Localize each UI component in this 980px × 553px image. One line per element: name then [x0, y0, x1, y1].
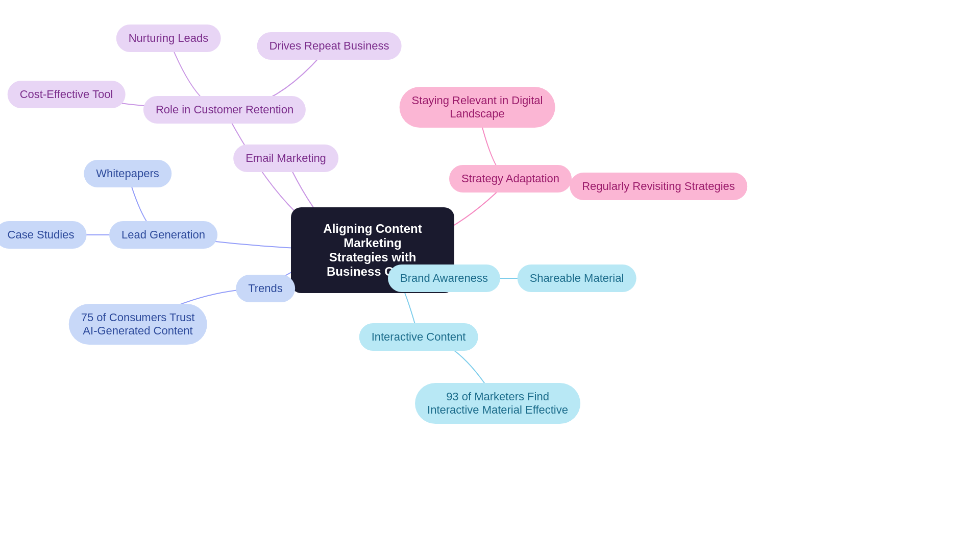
- node-drives-repeat: Drives Repeat Business: [257, 32, 402, 60]
- node-interactive-content: Interactive Content: [359, 323, 478, 351]
- node-trends: Trends: [236, 275, 295, 302]
- node-lead-generation: Lead Generation: [109, 221, 217, 249]
- node-75-consumers: 75 of Consumers Trust AI-Generated Conte…: [69, 304, 207, 345]
- node-email-marketing: Email Marketing: [233, 145, 338, 172]
- node-staying-relevant: Staying Relevant in Digital Landscape: [400, 87, 555, 128]
- node-shareable-material: Shareable Material: [518, 265, 636, 292]
- node-regularly-revisiting: Regularly Revisiting Strategies: [570, 173, 747, 200]
- mindmap-container: Aligning Content Marketing Strategies wi…: [0, 0, 980, 553]
- node-nurturing-leads: Nurturing Leads: [116, 25, 221, 52]
- node-cost-effective: Cost-Effective Tool: [8, 81, 126, 108]
- node-strategy-adaptation: Strategy Adaptation: [449, 165, 572, 193]
- node-role-customer-retention: Role in Customer Retention: [143, 96, 306, 124]
- node-case-studies: Case Studies: [0, 221, 86, 249]
- node-brand-awareness: Brand Awareness: [388, 265, 500, 292]
- node-93-marketers: 93 of Marketers Find Interactive Materia…: [415, 383, 580, 424]
- node-whitepapers: Whitepapers: [84, 160, 172, 187]
